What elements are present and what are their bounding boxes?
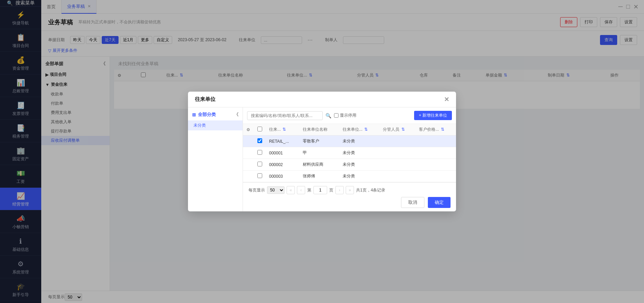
dialog-body: ⊞ 全部分类 《 未分类 🔍 显示停用 + 新: [188, 107, 456, 211]
add-partner-button[interactable]: + 新增往来单位: [414, 111, 452, 120]
row-manager: [379, 136, 415, 147]
dialog-table-header: ⚙ 往来... ⇅ 往来单位名称 往来单位... ⇅ 分管人员 ⇅ 客户价格..…: [243, 124, 456, 136]
dialog-title: 往来单位: [195, 96, 215, 103]
search-icon[interactable]: 🔍: [325, 113, 331, 118]
dialog-settings-col: ⚙: [243, 124, 254, 136]
next-page-button[interactable]: ›: [335, 186, 344, 194]
row-price: [415, 147, 456, 159]
dialog-table-row[interactable]: RETAIL_... 零散客户 未分类: [243, 136, 456, 147]
dialog-col-name: 往来单位名称: [299, 124, 339, 136]
row-name: 材料供应商: [299, 159, 339, 171]
dialog-collapse-icon[interactable]: 《: [234, 112, 238, 118]
dialog-col-category: 往来单位... ⇅: [339, 124, 380, 136]
dialog-table-row[interactable]: 000001 甲 未分类: [243, 147, 456, 159]
dialog-header: 往来单位 ✕: [188, 92, 456, 107]
dialog-select-all[interactable]: [257, 127, 262, 131]
page-label-after: 页: [329, 187, 333, 193]
row-settings: [243, 159, 254, 171]
row-code: 000002: [266, 159, 299, 171]
confirm-button[interactable]: 确定: [428, 197, 451, 208]
row-select-checkbox[interactable]: [257, 150, 262, 155]
row-settings: [243, 147, 254, 159]
dialog-col-code: 往来... ⇅: [266, 124, 299, 136]
settings-icon[interactable]: ⚙: [246, 127, 250, 132]
row-checkbox[interactable]: [254, 147, 266, 159]
dialog-checkbox-col: [254, 124, 266, 136]
show-disabled-checkbox-label[interactable]: 显示停用: [334, 113, 356, 118]
row-manager: [379, 159, 415, 171]
dialog-col-manager: 分管人员 ⇅: [379, 124, 415, 136]
category-header-label: 全部分类: [198, 112, 216, 118]
row-select-checkbox[interactable]: [257, 162, 262, 166]
dialog-footer: 每页显示 50 100 « ‹ 第 页 › » 共1页，4条记录: [243, 182, 456, 211]
row-manager: [379, 171, 415, 182]
row-checkbox[interactable]: [254, 171, 266, 182]
dialog-right-panel: 🔍 显示停用 + 新增往来单位 ⚙ 往来... ⇅: [243, 107, 456, 211]
modal-overlay: 往来单位 ✕ ⊞ 全部分类 《 未分类 🔍: [0, 0, 644, 303]
dialog-category-header[interactable]: ⊞ 全部分类 《: [188, 112, 243, 120]
row-price: [415, 171, 456, 182]
dialog-search-input[interactable]: [247, 111, 323, 120]
dialog-search-bar: 🔍 显示停用 + 新增往来单位: [243, 107, 456, 124]
row-select-checkbox[interactable]: [257, 138, 262, 143]
row-category: 未分类: [339, 171, 380, 182]
first-page-button[interactable]: «: [287, 186, 295, 194]
last-page-button[interactable]: »: [346, 186, 354, 194]
dialog-table: ⚙ 往来... ⇅ 往来单位名称 往来单位... ⇅ 分管人员 ⇅ 客户价格..…: [243, 124, 456, 182]
row-name: 张师傅: [299, 171, 339, 182]
row-code: RETAIL_...: [266, 136, 299, 147]
row-price: [415, 159, 456, 171]
row-settings: [243, 136, 254, 147]
per-page-label: 每页显示: [248, 187, 265, 193]
dialog-table-row[interactable]: 000002 材料供应商 未分类: [243, 159, 456, 171]
row-name: 甲: [299, 147, 339, 159]
row-price: [415, 136, 456, 147]
show-disabled-checkbox[interactable]: [334, 113, 338, 118]
row-category: 未分类: [339, 136, 380, 147]
page-label-before: 第: [307, 187, 311, 193]
prev-page-button[interactable]: ‹: [297, 186, 305, 194]
row-category: 未分类: [339, 147, 380, 159]
row-checkbox[interactable]: [254, 159, 266, 171]
dialog-col-pricelevel: 客户价格... ⇅: [415, 124, 456, 136]
row-manager: [379, 147, 415, 159]
cancel-button[interactable]: 取消: [401, 197, 424, 208]
row-checkbox[interactable]: [254, 136, 266, 147]
total-records: 共1页，4条记录: [356, 187, 385, 193]
dialog-table-wrap: ⚙ 往来... ⇅ 往来单位名称 往来单位... ⇅ 分管人员 ⇅ 客户价格..…: [243, 124, 456, 182]
row-settings: [243, 171, 254, 182]
dialog-往来单位: 往来单位 ✕ ⊞ 全部分类 《 未分类 🔍: [188, 92, 456, 211]
dialog-action-btns: 取消 确定: [248, 197, 451, 208]
row-code: 000003: [266, 171, 299, 182]
dialog-per-page-select[interactable]: 50 100: [267, 186, 285, 194]
row-name: 零散客户: [299, 136, 339, 147]
dialog-table-row[interactable]: 000003 张师傅 未分类: [243, 171, 456, 182]
dialog-close-icon[interactable]: ✕: [444, 96, 449, 103]
row-category: 未分类: [339, 159, 380, 171]
grid-icon: ⊞: [192, 112, 196, 117]
dialog-pagination: 每页显示 50 100 « ‹ 第 页 › » 共1页，4条记录: [248, 186, 451, 194]
row-select-checkbox[interactable]: [257, 173, 262, 178]
row-code: 000001: [266, 147, 299, 159]
dialog-left-panel: ⊞ 全部分类 《 未分类: [188, 107, 243, 211]
dialog-category-item-uncategorized[interactable]: 未分类: [188, 120, 243, 130]
current-page-input[interactable]: [313, 186, 327, 194]
